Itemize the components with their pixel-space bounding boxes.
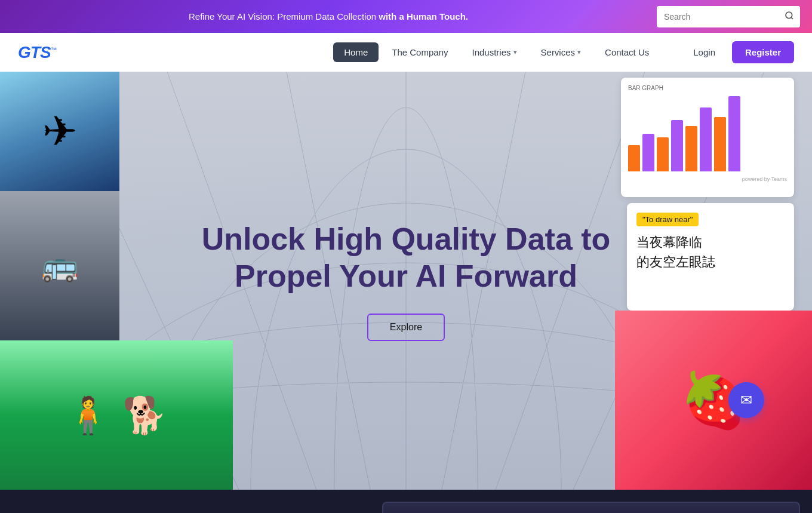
nav-item-the-company: The Company (381, 42, 459, 62)
bar-1 (628, 145, 640, 171)
banner-text-regular: Refine Your AI Vision: Premium Data Coll… (189, 11, 379, 21)
search-icon (785, 11, 794, 20)
airplane-panel: ✈ (0, 72, 119, 191)
person-dog-panel: 🧍 🐕 (0, 340, 233, 490)
hero-content: Unlock High Quality Data to Propel Your … (82, 220, 730, 342)
nav-item-contact-us: Contact Us (594, 42, 660, 62)
nav-link-services[interactable]: Services ▾ (530, 42, 592, 62)
bar-4 (671, 120, 683, 171)
nav-menu: Home The Company Industries ▾ Services ▾… (333, 42, 660, 62)
bar-3 (657, 137, 669, 171)
nav-item-services: Services ▾ (530, 42, 592, 62)
email-icon: ✉ (740, 392, 752, 408)
logo-text: GTS™ (18, 43, 57, 62)
bar-8 (728, 96, 740, 171)
bar-2 (642, 134, 654, 171)
svg-line-1 (791, 17, 793, 19)
nav-link-the-company[interactable]: The Company (381, 42, 459, 62)
logo[interactable]: GTS™ (18, 43, 57, 62)
nav-item-industries: Industries ▾ (461, 42, 527, 62)
dog-outline-icon: 🐕 (122, 394, 167, 437)
banner-text-bold: with a Human Touch. (379, 11, 468, 21)
chart-panel: BAR GRAPH powered by Teams (621, 78, 794, 197)
search-input[interactable] (657, 7, 779, 26)
person-icon: 🧍 (66, 394, 110, 437)
bar-6 (700, 107, 712, 171)
bar-7 (714, 117, 726, 171)
nav-link-home[interactable]: Home (333, 42, 379, 62)
chart-branding: powered by Teams (628, 176, 787, 182)
login-button[interactable]: Login (684, 42, 725, 62)
navbar: GTS™ Home The Company Industries ▾ Servi… (0, 33, 812, 72)
nav-link-industries[interactable]: Industries ▾ (461, 42, 527, 62)
register-button[interactable]: Register (732, 41, 794, 63)
nav-link-contact-us[interactable]: Contact Us (594, 42, 660, 62)
hero-section: ✈ 🚌 🧍 🐕 BAR GRAPH powered by Teams "To d… (0, 72, 812, 490)
svg-point-0 (786, 12, 792, 19)
banner-text: Refine Your AI Vision: Premium Data Coll… (0, 11, 657, 21)
bottom-section (0, 490, 812, 513)
explore-button[interactable]: Explore (367, 314, 445, 341)
chart-title: BAR GRAPH (628, 85, 787, 91)
nav-item-home: Home (333, 42, 379, 62)
device-mockup (382, 502, 800, 513)
top-banner: Refine Your AI Vision: Premium Data Coll… (0, 0, 812, 33)
bar-5 (685, 126, 697, 171)
search-box[interactable] (657, 6, 800, 27)
hero-title: Unlock High Quality Data to Propel Your … (202, 220, 611, 295)
nav-actions: Login Register (684, 41, 794, 63)
chevron-down-icon-services: ▾ (577, 48, 581, 56)
search-button[interactable] (779, 6, 800, 27)
email-fab-button[interactable]: ✉ (728, 382, 764, 418)
chart-bars (628, 96, 787, 174)
chevron-down-icon: ▾ (513, 48, 517, 56)
